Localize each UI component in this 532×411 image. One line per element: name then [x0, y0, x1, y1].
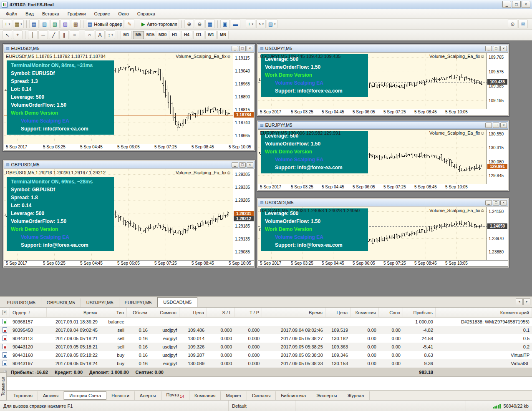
- chart-window-titlebar[interactable]: ▥EURJPYf,M5_□×: [258, 121, 508, 129]
- terminal-tab-5[interactable]: Почта14: [161, 391, 190, 400]
- chart-restore-button[interactable]: □: [493, 46, 499, 51]
- chat-button[interactable]: ✉: [518, 20, 528, 28]
- metaeditor-button[interactable]: ✎: [125, 20, 134, 28]
- timeframe-m1-button[interactable]: M1: [121, 31, 132, 39]
- chart-window-titlebar[interactable]: ▥USDJPYf,M5_□×: [258, 45, 508, 52]
- chart-close-button[interactable]: ×: [247, 46, 253, 51]
- column-header-4[interactable]: Символ: [150, 308, 179, 317]
- menu-item-1[interactable]: Вид: [21, 10, 38, 18]
- column-header-10[interactable]: Комиссия: [350, 308, 379, 317]
- arrows-button[interactable]: ↕▾: [106, 30, 115, 39]
- tile-windows-button[interactable]: ▦: [205, 20, 215, 28]
- navigator-button[interactable]: ▧: [50, 20, 60, 28]
- terminal-tab-0[interactable]: Торговля: [8, 391, 38, 400]
- chart-window-titlebar[interactable]: ▥GBPUSDf,M5_□×: [4, 161, 255, 168]
- history-row-90368157[interactable]: 903681572017.09.01 18:36:29balance1 000.…: [0, 318, 532, 326]
- terminal-tab-10[interactable]: Эксперты: [311, 391, 342, 400]
- menu-item-0[interactable]: Файл: [2, 10, 21, 18]
- chart-minimize-button[interactable]: _: [232, 162, 238, 168]
- profiles-button[interactable]: ▦▾: [13, 20, 24, 28]
- time-axis[interactable]: 5 Sep 20175 Sep 03:255 Sep 04:455 Sep 06…: [258, 109, 508, 115]
- column-header-3[interactable]: Объем: [127, 308, 150, 317]
- chart-canvas[interactable]: Leverage: 500VolumeOrderFlow: 1.50Work D…: [258, 53, 508, 115]
- equidistant-channel-button[interactable]: ∥: [59, 30, 69, 39]
- search-button[interactable]: ⊙: [508, 20, 517, 28]
- menu-item-5[interactable]: Окно: [114, 10, 133, 18]
- shapes-button[interactable]: ○: [85, 30, 94, 39]
- market-watch-button[interactable]: ▤: [29, 20, 39, 28]
- terminal-tab-8[interactable]: Сигналы: [247, 391, 276, 400]
- history-row-90395458[interactable]: 903954582017.09.04 09:02:45sell0.16usdjp…: [0, 326, 532, 334]
- chart-tab-gbpusdf-m5[interactable]: GBPUSDf,M5: [41, 298, 81, 307]
- time-axis[interactable]: 5 Sep 20175 Sep 03:255 Sep 04:455 Sep 06…: [4, 144, 254, 150]
- terminal-tab-9[interactable]: Библиотека: [276, 391, 311, 400]
- history-row-90443113[interactable]: 904431132017.09.05 05:18:21sell0.16eurjp…: [0, 334, 532, 343]
- terminal-tab-1[interactable]: Активы: [38, 391, 64, 400]
- terminal-panel-button[interactable]: ▨: [61, 20, 70, 28]
- arrange-horizontal-button[interactable]: ▬: [231, 20, 240, 28]
- column-header-7[interactable]: T / P: [234, 308, 262, 317]
- terminal-tab-7[interactable]: Маркет: [221, 391, 247, 400]
- menu-item-4[interactable]: Сервис: [90, 10, 114, 18]
- chart-minimize-button[interactable]: _: [485, 123, 492, 128]
- chart-window-titlebar[interactable]: ▥USDCADf,M5_□×: [258, 199, 508, 206]
- timeframe-w1-button[interactable]: W1: [205, 31, 217, 39]
- timeframe-h4-button[interactable]: H4: [181, 31, 192, 39]
- timeframe-m30-button[interactable]: M30: [157, 31, 168, 39]
- close-button[interactable]: ×: [522, 1, 530, 8]
- chart-restore-button[interactable]: □: [493, 123, 499, 128]
- terminal-tab-6[interactable]: Компания: [189, 391, 221, 400]
- chart-tab-eurjpyf-m5[interactable]: EURJPYf,M5: [119, 298, 158, 307]
- terminal-tab-4[interactable]: Алерты: [135, 391, 161, 400]
- terminal-tab-3[interactable]: Новости: [106, 391, 135, 400]
- menu-item-6[interactable]: Справка: [133, 10, 159, 18]
- column-header-9[interactable]: Цена: [325, 308, 350, 317]
- terminal-tab-2[interactable]: История Счета: [64, 391, 106, 400]
- strategy-tester-button[interactable]: ▩: [71, 20, 81, 28]
- trendline-button[interactable]: ╱: [49, 30, 58, 39]
- price-scale[interactable]: 1.293851.293351.292851.292351.291851.291…: [233, 169, 254, 260]
- column-header-8[interactable]: Время: [262, 308, 325, 317]
- terminal-close-button[interactable]: ×: [3, 310, 7, 315]
- column-header-6[interactable]: S / L: [207, 308, 234, 317]
- data-window-button[interactable]: ▥: [40, 20, 49, 28]
- maximize-button[interactable]: □: [512, 1, 521, 8]
- chart-canvas[interactable]: TerminalMonitor ON, 69ms, ~28msSymbol: G…: [4, 169, 255, 267]
- new-chart-button[interactable]: +▾: [3, 20, 12, 28]
- chart-plot-area[interactable]: Leverage: 500VolumeOrderFlow: 1.50Work D…: [258, 53, 487, 109]
- chart-minimize-button[interactable]: _: [485, 46, 492, 51]
- timeframe-m15-button[interactable]: M15: [145, 31, 156, 39]
- chart-restore-button[interactable]: □: [493, 200, 499, 206]
- column-header-5[interactable]: Цена: [179, 308, 207, 317]
- text-button[interactable]: A: [95, 30, 105, 39]
- column-header-13[interactable]: Комментарий: [436, 308, 532, 317]
- minimize-button[interactable]: _: [502, 1, 511, 8]
- menu-item-3[interactable]: Графики: [63, 10, 90, 18]
- timeframe-mn-button[interactable]: MN: [217, 31, 229, 39]
- chart-close-button[interactable]: ×: [247, 162, 253, 168]
- timeframe-d1-button[interactable]: D1: [193, 31, 204, 39]
- chart-plot-area[interactable]: Leverage: 500VolumeOrderFlow: 1.50Work D…: [258, 130, 487, 184]
- horizontal-line-button[interactable]: ─: [38, 30, 48, 39]
- crosshair-button[interactable]: +: [13, 30, 23, 39]
- chart-canvas[interactable]: TerminalMonitor ON, 84ms, ~31msSymbol: E…: [4, 53, 255, 150]
- price-scale[interactable]: 109.765109.575109.385109.195109.435: [487, 53, 508, 109]
- time-axis[interactable]: 5 Sep 20175 Sep 03:255 Sep 04:455 Sep 06…: [4, 260, 254, 266]
- price-scale[interactable]: 130.550130.315130.080129.845129.991: [487, 130, 508, 184]
- chart-tab-usdjpyf-m5[interactable]: USDJPYf,M5: [81, 298, 119, 307]
- chart-plot-area[interactable]: Leverage: 500VolumeOrderFlow: 1.50Work D…: [258, 207, 487, 260]
- chart-restore-button[interactable]: □: [239, 46, 246, 51]
- chart-plot-area[interactable]: TerminalMonitor ON, 69ms, ~28msSymbol: G…: [4, 169, 233, 260]
- time-axis[interactable]: 5 Sep 20175 Sep 03:255 Sep 04:455 Sep 06…: [258, 184, 508, 190]
- chart-canvas[interactable]: Leverage: 500VolumeOrderFlow: 1.50Work D…: [258, 207, 508, 267]
- chart-tabs-scroll-left-button[interactable]: ◄: [516, 298, 523, 305]
- history-row-90443160[interactable]: 904431602017.09.05 05:18:22buy0.16usdjpy…: [0, 351, 532, 359]
- column-header-12[interactable]: Прибыль: [403, 308, 436, 317]
- zoom-out-button[interactable]: ⊖: [195, 20, 204, 28]
- chart-minimize-button[interactable]: _: [232, 46, 238, 51]
- cursor-button[interactable]: ↖: [3, 30, 12, 39]
- vertical-line-button[interactable]: │: [28, 30, 38, 39]
- price-scale[interactable]: 1.241501.239701.238801.24050: [487, 207, 508, 260]
- time-axis[interactable]: 5 Sep 20175 Sep 03:255 Sep 04:455 Sep 06…: [258, 260, 508, 266]
- chart-close-button[interactable]: ×: [500, 46, 507, 51]
